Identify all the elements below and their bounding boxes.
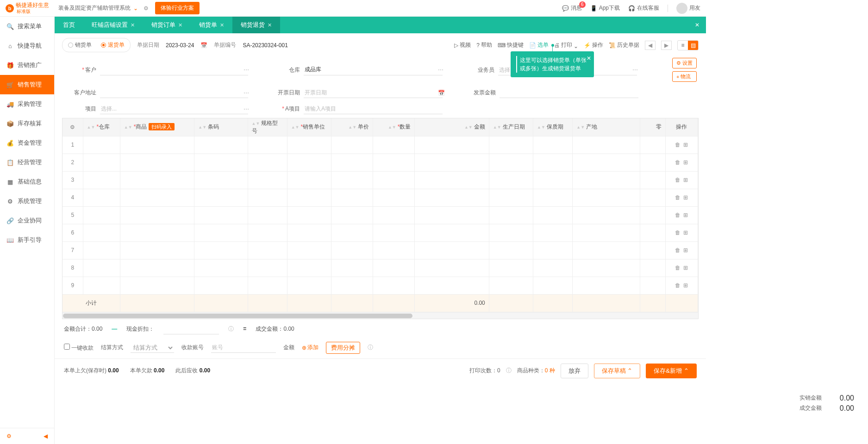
account-input[interactable] [211,342,276,353]
more-icon[interactable]: ⋯ [632,67,638,73]
table-row[interactable]: 5🗑⊞ [62,206,698,224]
more-icon[interactable]: ⋯ [438,67,443,73]
close-icon[interactable]: ✕ [131,22,135,28]
delete-icon[interactable]: 🗑 [675,229,681,236]
table-row[interactable]: 4🗑⊞ [62,189,698,206]
close-all-tabs[interactable]: ✕ [688,17,706,33]
select-doc-button[interactable]: 📄选单 这里可以选择销货单（单张或多张）生成销货退货单 ✕ [529,41,549,49]
delete-icon[interactable]: 🗑 [675,142,681,148]
col-barcode[interactable]: ▲▼条码 [194,118,248,136]
try-industry-button[interactable]: 体验行业方案 [155,2,200,14]
logistics-button[interactable]: +物流 [672,71,697,82]
delete-icon[interactable]: 🗑 [675,159,681,166]
col-spec[interactable]: ▲▼规格型号 [248,118,287,136]
help-button[interactable]: ?帮助 [476,41,492,49]
save-new-button[interactable]: 保存&新增 ⌃ [646,364,697,378]
system-dropdown[interactable]: 装备及固定资产辅助管理系统 ⌄ [58,4,138,12]
sidebar-item-purchase[interactable]: 🚚采购管理 [0,94,54,114]
col-amount[interactable]: ▲▼金额 [415,118,489,136]
support-link[interactable]: 🎧 在线客服 [628,4,659,12]
settle-method-select[interactable]: 结算方式 [131,343,174,353]
delete-icon[interactable]: 🗑 [675,247,681,253]
info-icon[interactable]: ⓘ [228,325,234,333]
scan-badge[interactable]: 扫码录入 [149,123,175,130]
prev-doc-button[interactable]: ◀ [645,41,656,50]
copy-icon[interactable]: ⊞ [683,247,688,253]
sidebar-item-search[interactable]: 🔍搜索菜单 [0,17,54,36]
operate-button[interactable]: ⚡操作 [584,41,603,49]
print-button[interactable]: 🖨打印⌄ [554,41,578,49]
user-menu[interactable]: 用友 [676,3,700,14]
col-product[interactable]: ▲▼*商品扫码录入 [120,118,194,136]
copy-icon[interactable]: ⊞ [683,177,688,183]
add-payment-button[interactable]: ⊕添加 [302,344,318,352]
more-icon[interactable]: ⋯ [244,106,249,112]
col-unit[interactable]: ▲▼*销售单位 [287,118,331,136]
col-settings[interactable]: ⚙ [62,118,83,136]
invoice-amount-input[interactable] [500,87,638,98]
copy-icon[interactable]: ⊞ [683,229,688,236]
customer-input[interactable] [100,65,248,75]
invoice-date-input[interactable] [304,87,443,98]
sidebar-item-operation[interactable]: 📋经营管理 [0,153,54,172]
tab-sales-doc[interactable]: 销货单✕ [191,17,232,33]
project-input[interactable] [100,104,248,114]
col-price[interactable]: ▲▼单价 [331,118,373,136]
copy-icon[interactable]: ⊞ [683,282,688,289]
delete-icon[interactable]: 🗑 [675,282,681,289]
sidebar-item-basic[interactable]: ▦基础信息 [0,172,54,191]
date-value[interactable]: 2023-03-24 [166,42,194,49]
col-origin[interactable]: ▲▼产地 [573,118,640,136]
table-row[interactable]: 1🗑⊞ [62,136,698,154]
view-card-button[interactable]: ▤ [688,41,698,50]
tab-shop-settings[interactable]: 旺铺店铺设置✕ [83,17,143,33]
fee-share-button[interactable]: 费用分摊 [326,342,360,354]
hotkey-button[interactable]: ⌨快捷键 [498,41,524,49]
message-link[interactable]: 💬 消息 6 [562,4,582,12]
copy-icon[interactable]: ⊞ [683,142,688,148]
horizontal-scrollbar[interactable] [62,312,698,319]
view-list-button[interactable]: ≡ [678,41,688,50]
col-extra[interactable]: 零 [640,118,665,136]
discount-input[interactable] [163,324,219,334]
calendar-icon[interactable]: 📅 [438,90,445,96]
sidebar-item-quicknav[interactable]: ⌂快捷导航 [0,36,54,56]
table-row[interactable]: 9🗑⊞ [62,277,698,294]
delete-icon[interactable]: 🗑 [675,212,681,218]
radio-sales[interactable]: 销货单 [63,39,96,51]
more-icon[interactable]: ⋯ [244,67,249,73]
sidebar-item-marketing[interactable]: 🎁营销推广 [0,56,54,75]
copy-icon[interactable]: ⊞ [683,212,688,218]
address-input[interactable] [100,87,248,98]
radio-return[interactable]: 退货单 [96,39,129,51]
delete-icon[interactable]: 🗑 [675,194,681,201]
col-shelf[interactable]: ▲▼保质期 [533,118,573,136]
table-row[interactable]: 6🗑⊞ [62,224,698,241]
close-icon[interactable]: ✕ [178,22,182,28]
close-icon[interactable]: ✕ [220,22,224,28]
sidebar-settings-icon[interactable]: ⚙ [6,433,12,439]
sidebar-item-guide[interactable]: 📖新手引导 [0,230,54,250]
tooltip-close-icon[interactable]: ✕ [587,54,591,62]
col-warehouse[interactable]: ▲▼*仓库 [83,118,120,136]
aproject-input[interactable] [304,104,443,114]
col-qty[interactable]: ▲▼*数量 [373,118,415,136]
col-proddate[interactable]: ▲▼生产日期 [489,118,533,136]
copy-icon[interactable]: ⊞ [683,194,688,201]
sidebar-item-finance[interactable]: 💰资金管理 [0,133,54,153]
warehouse-input[interactable] [304,65,443,75]
info-icon[interactable]: ⓘ [368,344,373,352]
sidebar-item-collab[interactable]: 🔗企业协同 [0,211,54,230]
table-row[interactable]: 8🗑⊞ [62,259,698,277]
settings-button[interactable]: ⚙设置 [672,58,697,68]
sidebar-item-sales[interactable]: 🛒销售管理 [0,75,54,94]
save-draft-button[interactable]: 保存草稿 ⌃ [594,364,641,378]
tab-sales-order[interactable]: 销货订单✕ [143,17,191,33]
sidebar-collapse-icon[interactable]: ◀ [44,433,48,439]
app-download-link[interactable]: 📱 App下载 [590,4,620,12]
table-row[interactable]: 7🗑⊞ [62,241,698,259]
close-icon[interactable]: ✕ [268,22,272,28]
settings-gear-icon[interactable]: ⚙ [144,5,149,12]
history-button[interactable]: 📜历史单据 [609,41,639,49]
calendar-icon[interactable]: 📅 [200,42,207,49]
